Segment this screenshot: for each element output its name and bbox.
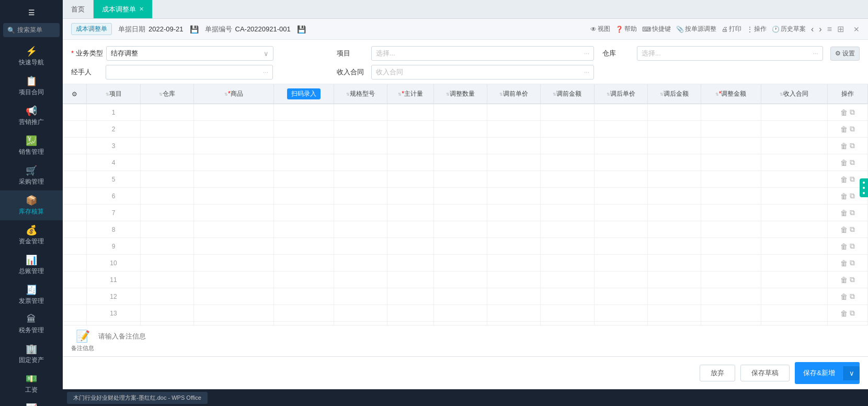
- row-copy-icon-3[interactable]: ⧉: [850, 141, 855, 150]
- row-delete-icon-4[interactable]: 🗑: [840, 159, 848, 167]
- row-product-8[interactable]: [193, 221, 273, 238]
- row-adj-amt-3[interactable]: [701, 138, 761, 154]
- row-product-10[interactable]: [193, 255, 273, 272]
- col-price-before[interactable]: ⇅调前单价: [487, 84, 541, 104]
- row-qty-2[interactable]: [434, 121, 487, 138]
- col-income[interactable]: ⇅收入合同: [761, 84, 828, 104]
- row-delete-icon-13[interactable]: 🗑: [840, 309, 848, 318]
- row-scan-4[interactable]: [273, 154, 334, 171]
- row-price-after-11[interactable]: [594, 272, 647, 288]
- settings-btn[interactable]: ⚙ 设置: [830, 47, 860, 61]
- nav-next-btn[interactable]: ›: [819, 25, 821, 34]
- sidebar-item-quicknav[interactable]: ⚡ 快速导航: [0, 41, 63, 71]
- row-delete-icon-8[interactable]: 🗑: [840, 225, 848, 234]
- row-spec-1[interactable]: [334, 104, 387, 121]
- row-scan-11[interactable]: [273, 272, 334, 288]
- row-spec-10[interactable]: [334, 255, 387, 272]
- row-product-11[interactable]: [193, 272, 273, 288]
- row-amt-after-8[interactable]: [647, 221, 701, 238]
- row-adj-amt-10[interactable]: [701, 255, 761, 272]
- row-adj-amt-13[interactable]: [701, 305, 761, 322]
- row-delete-icon-12[interactable]: 🗑: [840, 292, 848, 301]
- row-product-9[interactable]: [193, 238, 273, 255]
- row-spec-13[interactable]: [334, 305, 387, 322]
- row-price-after-4[interactable]: [594, 154, 647, 171]
- row-adj-amt-1[interactable]: [701, 104, 761, 121]
- row-price-before-13[interactable]: [487, 305, 541, 322]
- row-income-4[interactable]: [761, 154, 828, 171]
- row-qty-5[interactable]: [434, 171, 487, 188]
- sidebar-item-tax[interactable]: 🏛 税务管理: [0, 310, 63, 339]
- row-unit-2[interactable]: [387, 121, 433, 138]
- tab-cost-adjustment[interactable]: 成本调整单 ✕: [94, 0, 153, 18]
- row-income-5[interactable]: [761, 171, 828, 188]
- row-unit-13[interactable]: [387, 305, 433, 322]
- row-price-after-5[interactable]: [594, 171, 647, 188]
- row-amt-after-9[interactable]: [647, 238, 701, 255]
- row-amt-before-5[interactable]: [541, 171, 594, 188]
- row-qty-12[interactable]: [434, 288, 487, 305]
- save-draft-button[interactable]: 保存草稿: [740, 365, 790, 381]
- row-copy-icon-10[interactable]: ⧉: [850, 258, 855, 267]
- row-adj-amt-11[interactable]: [701, 272, 761, 288]
- row-warehouse-13[interactable]: [140, 305, 193, 322]
- action-help[interactable]: ❓ 帮助: [615, 25, 637, 33]
- save-new-button[interactable]: 保存&新增: [795, 365, 843, 381]
- tab-close-icon[interactable]: ✕: [139, 6, 144, 13]
- row-unit-7[interactable]: [387, 205, 433, 221]
- row-copy-icon-11[interactable]: ⧉: [850, 275, 855, 284]
- row-qty-9[interactable]: [434, 238, 487, 255]
- row-warehouse-12[interactable]: [140, 288, 193, 305]
- row-warehouse-6[interactable]: [140, 188, 193, 205]
- col-amt-before[interactable]: ⇅调前金额: [541, 84, 594, 104]
- sidebar-item-inventory[interactable]: 📦 库存核算: [0, 190, 63, 220]
- row-adj-amt-9[interactable]: [701, 238, 761, 255]
- row-income-1[interactable]: [761, 104, 828, 121]
- row-amt-before-1[interactable]: [541, 104, 594, 121]
- row-unit-5[interactable]: [387, 171, 433, 188]
- row-price-before-6[interactable]: [487, 188, 541, 205]
- row-copy-icon-12[interactable]: ⧉: [850, 292, 855, 301]
- sidebar-search[interactable]: 🔍 搜索菜单: [3, 23, 60, 37]
- row-warehouse-10[interactable]: [140, 255, 193, 272]
- row-amt-after-3[interactable]: [647, 138, 701, 154]
- action-source[interactable]: 📎 按单源调整: [676, 25, 716, 33]
- row-income-2[interactable]: [761, 121, 828, 138]
- row-price-after-3[interactable]: [594, 138, 647, 154]
- row-income-7[interactable]: [761, 205, 828, 221]
- row-scan-2[interactable]: [273, 121, 334, 138]
- row-amt-before-10[interactable]: [541, 255, 594, 272]
- row-copy-icon-13[interactable]: ⧉: [850, 309, 855, 318]
- sidebar-item-ledger[interactable]: 📊 总账管理: [0, 250, 63, 280]
- row-amt-after-10[interactable]: [647, 255, 701, 272]
- row-product-4[interactable]: [193, 154, 273, 171]
- row-product-5[interactable]: [193, 171, 273, 188]
- view-grid-btn[interactable]: ⊞: [837, 24, 844, 34]
- row-copy-icon-5[interactable]: ⧉: [850, 175, 855, 184]
- action-history[interactable]: 🕐 历史草案: [772, 25, 806, 33]
- row-spec-5[interactable]: [334, 171, 387, 188]
- row-adj-amt-4[interactable]: [701, 154, 761, 171]
- tab-home[interactable]: 首页: [63, 0, 94, 18]
- row-qty-13[interactable]: [434, 305, 487, 322]
- row-unit-8[interactable]: [387, 221, 433, 238]
- row-price-after-12[interactable]: [594, 288, 647, 305]
- row-amt-before-2[interactable]: [541, 121, 594, 138]
- col-unit[interactable]: ⇅*主计量: [387, 84, 433, 104]
- row-warehouse-9[interactable]: [140, 238, 193, 255]
- nav-prev-btn[interactable]: ‹: [811, 25, 814, 34]
- view-list-btn[interactable]: ≡: [827, 25, 832, 34]
- row-scan-1[interactable]: [273, 104, 334, 121]
- row-warehouse-4[interactable]: [140, 154, 193, 171]
- sidebar-item-marketing[interactable]: 📢 营销推广: [0, 101, 63, 131]
- warehouse-input[interactable]: 选择... ···: [637, 46, 823, 61]
- row-delete-icon-3[interactable]: 🗑: [840, 142, 848, 150]
- row-product-13[interactable]: [193, 305, 273, 322]
- row-copy-icon-9[interactable]: ⧉: [850, 242, 855, 251]
- scan-input-btn[interactable]: 扫码录入: [287, 88, 321, 99]
- action-view[interactable]: 👁 视图: [590, 25, 610, 33]
- row-spec-4[interactable]: [334, 154, 387, 171]
- row-product-7[interactable]: [193, 205, 273, 221]
- row-income-10[interactable]: [761, 255, 828, 272]
- col-qty[interactable]: ⇅调整数量: [434, 84, 487, 104]
